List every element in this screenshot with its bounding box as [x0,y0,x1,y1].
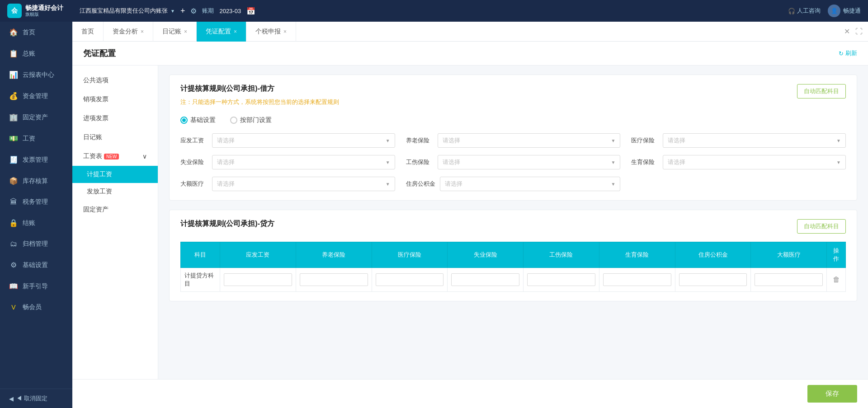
settings-icon[interactable]: ⚙ [190,7,197,15]
company-selector[interactable]: 江西服宝精品有限责任公司内账张 ▼ [80,7,175,15]
add-account-btn[interactable]: + [180,6,185,16]
sidebar-item-vip[interactable]: V 畅会员 [0,297,72,318]
cancel-pin-icon: ◀ [9,395,14,402]
sidebar-item-invoice[interactable]: 🧾 发票管理 [0,149,72,170]
tab-tax-close[interactable]: × [283,28,287,35]
left-nav: 公共选项 销项发票 进项发票 日记账 工资表NEW ∨ 计提工资 发放工资 固定… [72,66,158,379]
period-value: 2023-03 [219,8,241,14]
sidebar-label-vip: 畅会员 [23,303,42,311]
radio-basic-circle [180,117,188,124]
chevron-down-icon-5: ▼ [611,160,615,165]
tab-voucher[interactable]: 凭证配置 × [197,22,246,42]
input-birth[interactable] [603,273,671,286]
sidebar-label-assets: 固定资产 [23,113,48,122]
nav-item-calc-salary[interactable]: 计提工资 [72,166,158,183]
debit-auto-match-button[interactable]: 自动匹配科目 [797,84,846,98]
sidebar-item-guide[interactable]: 📖 新手引导 [0,276,72,297]
credit-auto-match-button[interactable]: 自动匹配科目 [797,219,846,234]
select-unemployment[interactable]: 请选择 ▼ [212,155,395,169]
refresh-label: 刷新 [845,49,857,57]
tab-home-label: 首页 [81,28,94,36]
input-medical[interactable] [376,273,444,286]
app-version: 旗舰版 [25,11,63,18]
tab-journal[interactable]: 日记账 × [153,22,197,42]
select-housing[interactable]: 请选择 ▼ [440,177,621,191]
sidebar-item-settings[interactable]: ⚙ 基础设置 [0,254,72,276]
sidebar-item-closing[interactable]: 🔒 结账 [0,212,72,234]
new-badge: NEW [104,154,119,159]
nav-item-salary-table[interactable]: 工资表NEW ∨ [72,147,158,166]
refresh-button[interactable]: ↻ 刷新 [839,49,857,57]
calendar-icon[interactable]: 📅 [246,7,255,15]
nav-item-fixed-asset[interactable]: 固定资产 [72,200,158,219]
cell-pension [296,268,372,292]
cancel-pin-label: ◀ 取消固定 [16,394,47,403]
tab-voucher-close[interactable]: × [234,28,237,35]
label-salary: 应发工资 [180,136,208,145]
select-medical[interactable]: 请选择 ▼ [663,133,846,148]
select-work-injury[interactable]: 请选择 ▼ [438,155,621,169]
select-housing-placeholder: 请选择 [445,180,462,188]
tab-funds[interactable]: 资金分析 × [104,22,153,42]
form-item-unemployment: 失业保险 请选择 ▼ [180,155,395,169]
input-salary[interactable] [224,273,292,286]
sidebar-label-guide: 新手引导 [23,282,48,291]
tab-journal-close[interactable]: × [184,28,187,35]
sidebar-label-inventory: 库存核算 [23,177,48,185]
tab-tax[interactable]: 个税申报 × [246,22,296,42]
select-birth[interactable]: 请选择 ▼ [663,155,846,169]
nav-item-public[interactable]: 公共选项 [72,71,158,90]
sidebar-item-tax[interactable]: 🏛 税务管理 [0,192,72,212]
page-title: 凭证配置 [83,48,116,59]
radio-dept[interactable]: 按部门设置 [230,116,272,124]
close-tab-btn[interactable]: ✕ [844,27,850,36]
sidebar-item-funds[interactable]: 💰 资金管理 [0,85,72,107]
delete-row-button[interactable]: 🗑 [833,276,840,283]
credit-table: 科目 应发工资 养老保险 医疗保险 失业保险 工伤保险 生育保险 住房公积金 大… [180,242,846,292]
cancel-pin-button[interactable]: ◀ ◀ 取消固定 [0,389,72,408]
input-work-injury[interactable] [527,273,595,286]
funds-icon: 💰 [9,92,18,100]
radio-basic[interactable]: 基础设置 [180,116,216,124]
tab-funds-label: 资金分析 [113,28,138,36]
nav-item-purchase[interactable]: 进项发票 [72,109,158,128]
ledger-icon: 📋 [9,49,18,58]
user-area[interactable]: 👤 畅捷通 [828,5,861,17]
tab-funds-close[interactable]: × [141,28,144,35]
save-button[interactable]: 保存 [807,385,857,403]
support-button[interactable]: 🎧 人工咨询 [788,7,821,15]
select-unemployment-placeholder: 请选择 [217,158,235,166]
form-item-housing: 住房公积金 请选择 ▼ [406,177,621,191]
logo-area: 会 畅捷通好会计 旗舰版 [7,4,80,18]
sidebar-label-closing: 结账 [23,219,35,227]
sidebar-label-home: 首页 [23,28,35,37]
sidebar-item-assets[interactable]: 🏢 固定资产 [0,107,72,128]
nav-item-pay-salary[interactable]: 发放工资 [72,183,158,200]
sidebar-label-salary: 工资 [23,135,35,143]
sidebar-item-reports[interactable]: 📊 云报表中心 [0,64,72,85]
debit-section: 计提核算规则(公司承担)-借方 注：只能选择一种方式，系统将按照您当前的选择来配… [169,75,857,201]
input-unemployment[interactable] [451,273,519,286]
input-housing[interactable] [679,273,747,286]
col-large-medical: 大额医疗 [751,242,827,268]
select-pension[interactable]: 请选择 ▼ [438,133,621,148]
sidebar-item-archive[interactable]: 🗂 归档管理 [0,234,72,254]
nav-item-journal[interactable]: 日记账 [72,128,158,147]
company-name: 江西服宝精品有限责任公司内账张 [80,7,168,15]
content-area: 首页 资金分析 × 日记账 × 凭证配置 × 个税申报 × ✕ ⛶ [72,22,868,408]
label-unemployment: 失业保险 [180,158,208,166]
input-pension[interactable] [300,273,368,286]
select-salary[interactable]: 请选择 ▼ [212,133,395,148]
sidebar-item-salary[interactable]: 💵 工资 [0,128,72,149]
input-large-medical[interactable] [755,273,823,286]
sidebar-item-ledger[interactable]: 📋 总账 [0,43,72,64]
sidebar-item-home[interactable]: 🏠 首页 [0,22,72,43]
expand-tab-btn[interactable]: ⛶ [855,28,863,36]
credit-section-header-row: 计提核算规则(公司承担)-贷方 自动匹配科目 [180,219,846,239]
tab-home[interactable]: 首页 [72,22,104,42]
nav-item-sales[interactable]: 销项发票 [72,90,158,109]
select-large-medical[interactable]: 请选择 ▼ [212,177,395,191]
sidebar-item-inventory[interactable]: 📦 库存核算 [0,170,72,192]
reports-icon: 📊 [9,70,18,79]
col-subject: 科目 [181,242,220,268]
